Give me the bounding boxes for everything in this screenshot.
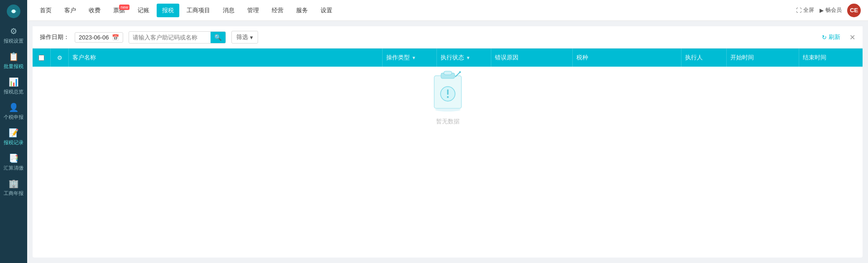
sidebar-item-huisuan[interactable]: 📑 汇算清缴 (0, 150, 27, 175)
sidebar: ⚙ 报税设置 📋 批量报税 📊 报税总览 👤 个税申报 📝 报税记录 📑 汇算清… (0, 0, 27, 263)
refresh-button[interactable]: ↻ 刷新 (822, 33, 840, 41)
nav-jizhang[interactable]: 记账 (132, 4, 155, 17)
nav-kehu[interactable]: 客户 (59, 4, 82, 17)
svg-point-7 (447, 96, 449, 98)
nav-items: 首页 客户 收费 票据 new 记账 报税 工商项目 消息 管理 经营 服务 设… (34, 4, 796, 17)
gear-icon: ⚙ (57, 54, 62, 61)
nav-jingying[interactable]: 经营 (266, 4, 289, 17)
date-input[interactable]: 2023-06-06 📅 (75, 32, 123, 43)
main-area: 首页 客户 收费 票据 new 记账 报税 工商项目 消息 管理 经营 服务 设… (27, 0, 868, 263)
th-op-type-label: 操作类型 (386, 54, 410, 62)
nav-baoshui[interactable]: 报税 (157, 4, 179, 17)
nav-piaoju[interactable]: 票据 new (108, 4, 130, 17)
nav-xiaoxi[interactable]: 消息 (217, 4, 240, 17)
new-badge: new (119, 5, 129, 10)
empty-state: 暂无数据 (33, 67, 863, 126)
huisuan-icon: 📑 (9, 153, 19, 163)
nav-guanli[interactable]: 管理 (242, 4, 264, 17)
svg-rect-6 (447, 89, 448, 95)
empty-illustration (427, 67, 468, 112)
exec-status-sort-icon: ▼ (466, 55, 470, 60)
date-label: 操作日期： (40, 33, 69, 41)
gongshang-icon: 🏢 (9, 179, 19, 189)
nav-fuwu[interactable]: 服务 (291, 4, 313, 17)
search-icon: 🔍 (214, 34, 222, 41)
chevron-down-icon: ▾ (250, 34, 253, 41)
th-end-time-label: 结束时间 (803, 54, 826, 62)
search-wrap: 🔍 (129, 31, 226, 44)
piliang-icon: 📋 (9, 52, 19, 62)
geshui-icon: 👤 (9, 102, 19, 112)
svg-point-10 (435, 108, 460, 112)
member-button[interactable]: ▶ 畅会员 (820, 6, 842, 14)
table-header: ⚙ 客户名称 操作类型 ▼ 执行状态 ▼ 错误原因 税种 (33, 49, 863, 67)
sidebar-item-geshuishenbao[interactable]: 👤 个税申报 (0, 99, 27, 124)
sidebar-item-baoshuizonglan[interactable]: 📊 报税总览 (0, 73, 27, 99)
th-error-reason: 错误原因 (491, 49, 573, 67)
baoshuishezhi-icon: ⚙ (10, 26, 17, 36)
th-executor: 执行人 (681, 49, 727, 67)
empty-text: 暂无数据 (436, 117, 460, 126)
member-icon: ▶ (820, 7, 824, 14)
content-area: 操作日期： 2023-06-06 📅 🔍 筛选 ▾ ↻ (27, 21, 868, 263)
fullscreen-button[interactable]: ⛶ 全屏 (796, 6, 814, 14)
calendar-icon: 📅 (112, 34, 119, 41)
table-container: 操作日期： 2023-06-06 📅 🔍 筛选 ▾ ↻ (33, 26, 863, 258)
sidebar-item-gongshangnianba[interactable]: 🏢 工商年报 (0, 175, 27, 200)
member-label: 畅会员 (825, 6, 842, 14)
th-executor-label: 执行人 (685, 54, 703, 62)
th-customer: 客户名称 (69, 49, 383, 67)
fullscreen-icon: ⛶ (796, 7, 801, 14)
sidebar-item-baoshuishezhi[interactable]: ⚙ 报税设置 (0, 23, 27, 48)
th-exec-status-label: 执行状态 (441, 54, 464, 62)
fullscreen-label: 全屏 (803, 6, 814, 14)
th-op-type: 操作类型 ▼ (383, 49, 437, 67)
refresh-icon: ↻ (822, 34, 827, 41)
filter-label-text: 筛选 (236, 33, 248, 41)
select-all-checkbox[interactable] (38, 55, 44, 61)
th-tax-type: 税种 (573, 49, 681, 67)
th-exec-status: 执行状态 ▼ (437, 49, 491, 67)
nav-shezhi[interactable]: 设置 (315, 4, 338, 17)
header-checkbox-cell[interactable] (33, 49, 51, 67)
avatar[interactable]: CE (847, 4, 861, 17)
th-end-time: 结束时间 (799, 49, 863, 67)
svg-point-9 (459, 71, 461, 73)
close-button[interactable]: ✕ (849, 33, 855, 42)
sidebar-item-piliangshuishui[interactable]: 📋 批量报税 (0, 48, 27, 73)
table-body: 暂无数据 (33, 67, 863, 258)
nav-shouye[interactable]: 首页 (34, 4, 57, 17)
search-button[interactable]: 🔍 (211, 32, 225, 43)
th-customer-label: 客户名称 (72, 54, 96, 62)
refresh-label: 刷新 (829, 33, 840, 41)
th-start-time: 开始时间 (727, 49, 799, 67)
topnav-right: ⛶ 全屏 ▶ 畅会员 CE (796, 4, 861, 17)
top-nav: 首页 客户 收费 票据 new 记账 报税 工商项目 消息 管理 经营 服务 设… (27, 0, 868, 21)
op-type-sort-icon: ▼ (412, 55, 416, 60)
svg-rect-4 (444, 71, 452, 75)
th-error-reason-label: 错误原因 (495, 54, 518, 62)
th-tax-type-label: 税种 (576, 54, 588, 62)
nav-shoufe[interactable]: 收费 (83, 4, 106, 17)
jilu-icon: 📝 (9, 128, 19, 138)
svg-point-1 (12, 10, 15, 13)
search-input[interactable] (129, 32, 211, 43)
nav-gongshangxiangmu[interactable]: 工商项目 (181, 4, 216, 17)
zonglan-icon: 📊 (9, 77, 19, 87)
filter-button[interactable]: 筛选 ▾ (231, 31, 258, 44)
th-start-time-label: 开始时间 (730, 54, 754, 62)
filter-bar: 操作日期： 2023-06-06 📅 🔍 筛选 ▾ ↻ (33, 26, 863, 49)
date-value: 2023-06-06 (79, 34, 109, 41)
sidebar-logo (0, 0, 27, 23)
header-gear-cell[interactable]: ⚙ (51, 49, 69, 67)
sidebar-item-baoshuijilu[interactable]: 📝 报税记录 (0, 124, 27, 150)
